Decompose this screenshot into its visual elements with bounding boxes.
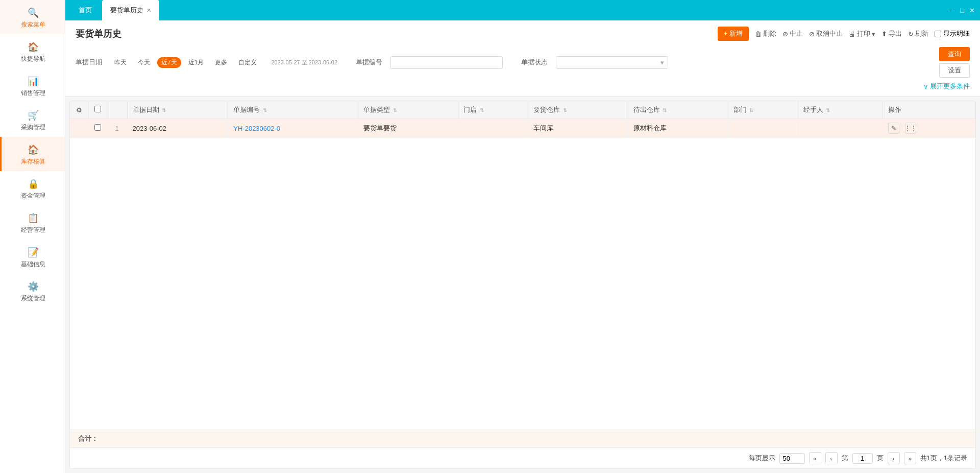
cancel-stop-button[interactable]: ⊘ 取消中止 [809, 29, 843, 38]
col-checkbox [88, 101, 107, 119]
col-settings: ⚙ [70, 101, 88, 119]
select-all-checkbox[interactable] [94, 106, 101, 112]
sidebar-item-label: 销售管理 [21, 89, 45, 98]
sort-doc-type-icon[interactable]: ⇅ [393, 107, 397, 113]
more-op-icon[interactable]: ⋮⋮ [905, 123, 916, 134]
sidebar-item-operations[interactable]: 📋 经营管理 [0, 205, 65, 240]
table-body: 1 2023-06-02 YH-20230602-0 要货单要货 车间库 原材料… [70, 119, 975, 138]
date-btn-custom[interactable]: 自定义 [234, 57, 261, 68]
status-filter-select[interactable] [556, 56, 668, 69]
setting-button[interactable]: 设置 [939, 63, 970, 78]
date-btn-today[interactable]: 今天 [134, 57, 154, 68]
sidebar-item-label: 经营管理 [21, 226, 45, 234]
last-page-button[interactable]: » [904, 452, 916, 464]
filter-bar: 单据日期 昨天 今天 近7天 近1月 更多 自定义 2023-05-27 至 2… [76, 47, 970, 96]
filter-row-2: ∨ 展开更多条件 [76, 82, 970, 91]
display-detail-toggle[interactable]: 显示明细 [935, 29, 970, 38]
date-filter-label: 单据日期 [76, 58, 102, 67]
table-footer: 合计： [70, 430, 975, 447]
refresh-label: 刷新 [915, 29, 928, 38]
cart-icon: 🛒 [28, 110, 39, 121]
date-btn-7days[interactable]: 近7天 [157, 57, 181, 68]
date-shortcuts: 昨天 今天 近7天 近1月 更多 自定义 [110, 57, 261, 68]
delete-button[interactable]: 🗑 删除 [755, 29, 776, 38]
next-page-button[interactable]: › [888, 452, 900, 464]
row-handler-cell [798, 119, 883, 138]
tab-home[interactable]: + 新增 首页 [70, 0, 100, 20]
sidebar-item-inventory[interactable]: 🏠 库存核算 [0, 137, 65, 171]
clipboard-icon: 📋 [28, 212, 39, 224]
table-row: 1 2023-06-02 YH-20230602-0 要货单要货 车间库 原材料… [70, 119, 975, 138]
first-page-button[interactable]: « [809, 452, 821, 464]
add-button[interactable]: + 新增 [718, 27, 749, 41]
col-doc-date: 单据日期 ⇅ [127, 101, 228, 119]
display-detail-checkbox[interactable] [935, 31, 941, 37]
lock-icon: 🔒 [28, 178, 39, 190]
sidebar-item-search[interactable]: 🔍 搜索菜单 [0, 0, 65, 34]
row-checkbox[interactable] [94, 124, 101, 131]
tab-home-text: 首页 [79, 6, 92, 15]
page-title-row: 要货单历史 + 新增 🗑 删除 ⊘ 中止 ⊘ 取消中止 [76, 27, 970, 41]
page-label: 第 [842, 454, 848, 463]
display-detail-label: 显示明细 [943, 29, 970, 38]
inventory-icon: 🏠 [28, 144, 39, 155]
table-header-row: ⚙ 单据日期 ⇅ 单据编号 [70, 101, 975, 119]
col-dept: 部门 ⇅ [728, 101, 798, 119]
sidebar-item-basic[interactable]: 📝 基础信息 [0, 240, 65, 274]
expand-more-btn[interactable]: ∨ 展开更多条件 [923, 82, 970, 91]
prev-page-button[interactable]: ‹ [825, 452, 838, 464]
sort-doc-no-icon[interactable]: ⇅ [263, 107, 267, 113]
export-button[interactable]: ⬆ 导出 [881, 29, 902, 38]
edit-icon[interactable]: ✎ [888, 123, 899, 134]
stop-label: 中止 [790, 29, 803, 38]
page-size-select[interactable]: 50 100 200 [779, 453, 805, 464]
sidebar-item-sales[interactable]: 📊 销售管理 [0, 68, 65, 103]
query-button[interactable]: 查询 [939, 47, 970, 61]
date-btn-yesterday[interactable]: 昨天 [110, 57, 131, 68]
sidebar-item-finance[interactable]: 🔒 资金管理 [0, 171, 65, 205]
row-pending-warehouse-cell: 原材料仓库 [628, 119, 728, 138]
filter-row-1: 单据日期 昨天 今天 近7天 近1月 更多 自定义 2023-05-27 至 2… [76, 47, 970, 78]
cancel-stop-label: 取消中止 [816, 29, 843, 38]
sort-handler-icon[interactable]: ⇅ [826, 107, 830, 113]
row-doc-no-cell: YH-20230602-0 [228, 119, 358, 138]
sort-doc-date-icon[interactable]: ⇅ [162, 107, 166, 113]
date-btn-1month[interactable]: 近1月 [184, 57, 208, 68]
stop-icon: ⊘ [782, 30, 788, 38]
date-btn-more[interactable]: 更多 [211, 57, 231, 68]
col-num [107, 101, 127, 119]
sort-store-icon[interactable]: ⇅ [480, 107, 484, 113]
sidebar-item-label: 基础信息 [21, 260, 45, 269]
window-maximize-icon[interactable]: □ [960, 7, 964, 14]
date-range-display: 2023-05-27 至 2023-06-02 [271, 59, 337, 66]
sidebar-item-purchase[interactable]: 🛒 采购管理 [0, 103, 65, 137]
sidebar-item-quicknav[interactable]: 🏠 快捷导航 [0, 34, 65, 68]
delete-icon: 🗑 [755, 30, 762, 38]
sort-pending-warehouse-icon[interactable]: ⇅ [663, 107, 667, 113]
column-settings-icon[interactable]: ⚙ [76, 106, 82, 114]
sidebar-item-label: 库存核算 [21, 157, 45, 166]
stop-button[interactable]: ⊘ 中止 [782, 29, 803, 38]
sort-req-warehouse-icon[interactable]: ⇅ [563, 107, 567, 113]
cancel-stop-icon: ⊘ [809, 30, 815, 38]
tab-history[interactable]: 要货单历史 ✕ [102, 0, 159, 20]
docno-filter-input[interactable] [390, 56, 503, 69]
table-area: ⚙ 单据日期 ⇅ 单据编号 [69, 101, 976, 469]
window-minimize-icon[interactable]: — [948, 7, 955, 14]
docno-filter-label: 单据编号 [356, 58, 382, 67]
col-doc-no: 单据编号 ⇅ [228, 101, 358, 119]
sidebar-item-label: 采购管理 [21, 123, 45, 132]
page-number-input[interactable] [852, 453, 873, 464]
window-close-icon[interactable]: ✕ [969, 7, 975, 14]
total-label: 合计： [78, 434, 98, 443]
doc-no-link[interactable]: YH-20230602-0 [233, 125, 280, 132]
refresh-icon: ↻ [908, 30, 914, 38]
print-button[interactable]: 🖨 打印 ▾ [849, 29, 875, 38]
page-suffix: 页 [877, 454, 884, 463]
sidebar-item-system[interactable]: ⚙️ 系统管理 [0, 274, 65, 308]
tab-close-icon[interactable]: ✕ [146, 7, 151, 14]
first-page-icon: « [813, 455, 817, 462]
refresh-button[interactable]: ↻ 刷新 [908, 29, 928, 38]
sort-dept-icon[interactable]: ⇅ [749, 107, 753, 113]
row-store-cell [458, 119, 528, 138]
